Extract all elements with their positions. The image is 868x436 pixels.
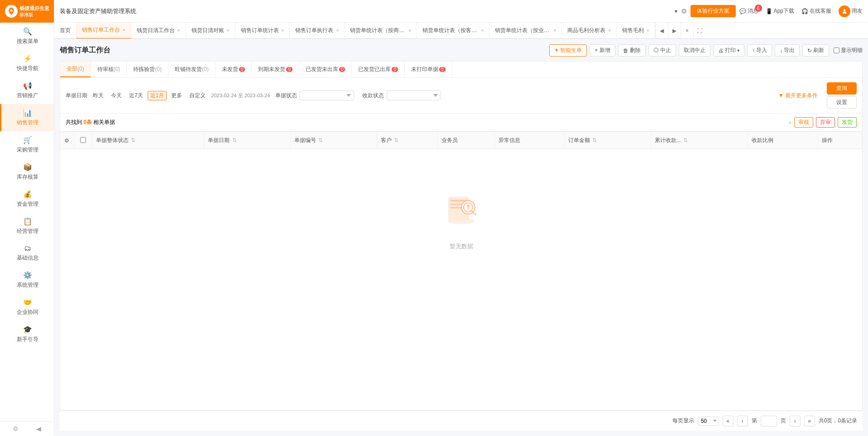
- sub-tab-7[interactable]: 已发货已出库0: [352, 62, 405, 77]
- tab-prev-btn[interactable]: ◀: [655, 23, 668, 39]
- sub-tab-8[interactable]: 未打印单据0: [405, 62, 452, 77]
- system-dropdown[interactable]: ▾: [675, 8, 677, 14]
- sub-tab-5[interactable]: 到期未发货0: [252, 62, 299, 77]
- tab-6[interactable]: 销货单统计表（按商品）×: [345, 23, 417, 39]
- message-icon-item[interactable]: 💬 消息 6: [739, 7, 758, 15]
- col-cumulative[interactable]: 累计收款... ⇅: [651, 132, 748, 149]
- tab-10[interactable]: 销售毛利×: [617, 23, 655, 39]
- col-customer[interactable]: 客户 ⇅: [377, 132, 437, 149]
- tab-close-3[interactable]: ×: [227, 28, 230, 33]
- tab-close-10[interactable]: ×: [647, 28, 649, 33]
- tab-close-6[interactable]: ×: [408, 28, 411, 33]
- tab-close-8[interactable]: ×: [553, 28, 556, 33]
- sidebar-item-3[interactable]: 📊销售管理: [0, 104, 54, 131]
- tab-close-7[interactable]: ×: [481, 28, 484, 33]
- last-page-btn[interactable]: »: [804, 416, 815, 427]
- sub-tab-4[interactable]: 未发货0: [216, 62, 252, 77]
- tab-label-3: 钱货日清对账: [192, 27, 224, 34]
- tab-close-1[interactable]: ×: [123, 28, 125, 33]
- col-amount[interactable]: 订单金额 ⇅: [564, 132, 651, 149]
- expand-filter-btn[interactable]: ▼ 展开更多条件: [778, 92, 818, 100]
- col-date[interactable]: 单据日期 ⇅: [204, 132, 291, 149]
- settings-filter-btn[interactable]: 设置: [827, 96, 857, 109]
- tab-close-5[interactable]: ×: [336, 28, 339, 33]
- tab-1[interactable]: 销售订单工作台×: [77, 23, 131, 39]
- reject-btn[interactable]: 弃审: [816, 117, 835, 128]
- query-btn[interactable]: 查询: [827, 82, 857, 95]
- sub-tab-2[interactable]: 待拣验货(0): [127, 62, 168, 77]
- tab-8[interactable]: 销货单统计表（按业务员）×: [489, 23, 562, 39]
- tab-close-all-btn[interactable]: ×: [681, 23, 693, 39]
- page-input[interactable]: 1: [761, 416, 777, 427]
- select-all-checkbox[interactable]: [80, 137, 86, 143]
- date-option-今天[interactable]: 今天: [108, 91, 125, 100]
- print-btn[interactable]: 🖨 打印 ▾: [713, 44, 744, 57]
- show-detail-checkbox[interactable]: 显示明细: [834, 47, 863, 54]
- col-number[interactable]: 单据编号 ⇅: [291, 132, 377, 149]
- sidebar-item-7[interactable]: 📋经营管理: [0, 213, 54, 240]
- settings-bottom-icon[interactable]: ⚙: [13, 425, 19, 432]
- sub-tabs: 全部(0)待审核(0)待拣验货(0)旺铺待发货(0)未发货0到期未发货0已发货未…: [60, 61, 863, 77]
- sidebar-item-8[interactable]: 🗂基础信息: [0, 240, 54, 266]
- sub-tab-count-7: 0: [392, 67, 398, 72]
- user-item[interactable]: 用友: [839, 5, 863, 17]
- sidebar-item-11[interactable]: 🎓新手引导: [0, 321, 54, 348]
- tab-fullscreen-btn[interactable]: ⛶: [693, 23, 706, 39]
- date-option-近7天[interactable]: 近7天: [126, 91, 146, 100]
- tab-close-4[interactable]: ×: [282, 28, 284, 33]
- sidebar-item-1[interactable]: ⚡快捷导航: [0, 50, 54, 77]
- smart-generate-btn[interactable]: ✦ 智能生单: [549, 44, 587, 57]
- sidebar-item-5[interactable]: 📦库存核算: [0, 158, 54, 185]
- sidebar-item-10[interactable]: 🤝企业协同: [0, 294, 54, 321]
- date-option-昨天[interactable]: 昨天: [90, 91, 106, 100]
- ship-btn[interactable]: 发货: [838, 117, 857, 128]
- sidebar-item-2[interactable]: 📢营销推广: [0, 77, 54, 104]
- app-download-item[interactable]: 📱 App下载: [766, 7, 794, 15]
- collapse-icon[interactable]: ◀: [36, 425, 41, 432]
- tab-close-9[interactable]: ×: [608, 28, 611, 33]
- date-option-自定义[interactable]: 自定义: [187, 91, 208, 100]
- sub-tab-6[interactable]: 已发货未出库0: [299, 62, 352, 77]
- tab-9[interactable]: 商品毛利分析表×: [562, 23, 617, 39]
- tab-2[interactable]: 钱货日清工作台×: [131, 23, 186, 39]
- tab-0[interactable]: 首页: [54, 23, 77, 39]
- cancel-stop-btn[interactable]: 取消中止: [679, 44, 710, 57]
- tab-3[interactable]: 钱货日清对账×: [186, 23, 235, 39]
- sidebar-item-0[interactable]: 🔍搜索菜单: [0, 23, 54, 50]
- sub-tab-3[interactable]: 旺铺待发货(0): [168, 62, 216, 77]
- table-settings-col[interactable]: ⚙: [60, 132, 74, 149]
- sidebar-item-9[interactable]: ⚙️系统管理: [0, 266, 54, 294]
- delete-btn[interactable]: 🗑 删除: [618, 44, 646, 57]
- date-option-更多[interactable]: 更多: [168, 91, 185, 100]
- payment-select[interactable]: [387, 90, 441, 100]
- svg-point-0: [844, 9, 846, 11]
- page-size-select[interactable]: 102050100: [698, 417, 719, 426]
- refresh-btn[interactable]: ↻ 刷新: [802, 44, 829, 57]
- export-btn[interactable]: ↓ 导出: [775, 44, 800, 57]
- sidebar-item-6[interactable]: 💰资金管理: [0, 185, 54, 213]
- sub-tab-0[interactable]: 全部(0): [60, 62, 91, 77]
- import-btn[interactable]: ↑ 导入: [747, 44, 772, 57]
- industry-btn[interactable]: 体验行业方案: [691, 5, 736, 17]
- tab-5[interactable]: 销售订单执行表×: [290, 23, 345, 39]
- next-page-btn[interactable]: ›: [790, 416, 801, 427]
- audit-btn[interactable]: 审核: [794, 117, 813, 128]
- show-detail-input[interactable]: [834, 47, 839, 53]
- page-size-label: 每页显示: [672, 417, 694, 425]
- online-service-item[interactable]: 🎧 在线客服: [801, 7, 831, 15]
- date-option-近1月[interactable]: 近1月: [148, 91, 167, 100]
- stop-btn[interactable]: ◎ 中止: [648, 44, 676, 57]
- first-page-btn[interactable]: «: [723, 416, 734, 427]
- tab-next-btn[interactable]: ▶: [668, 23, 681, 39]
- tab-4[interactable]: 销售订单统计表×: [235, 23, 290, 39]
- sub-tab-1[interactable]: 待审核(0): [91, 62, 127, 77]
- settings-icon[interactable]: ⚙: [681, 7, 687, 15]
- prev-page-btn[interactable]: ‹: [737, 416, 748, 427]
- status-select[interactable]: [300, 90, 354, 100]
- tab-close-2[interactable]: ×: [177, 28, 180, 33]
- add-btn[interactable]: + 新增: [590, 44, 615, 57]
- tab-7[interactable]: 销货单统计表（按客户）×: [417, 23, 489, 39]
- sidebar-item-4[interactable]: 🛒采购管理: [0, 131, 54, 158]
- svg-point-9: [467, 205, 469, 207]
- sub-tab-count-6: 0: [339, 67, 345, 72]
